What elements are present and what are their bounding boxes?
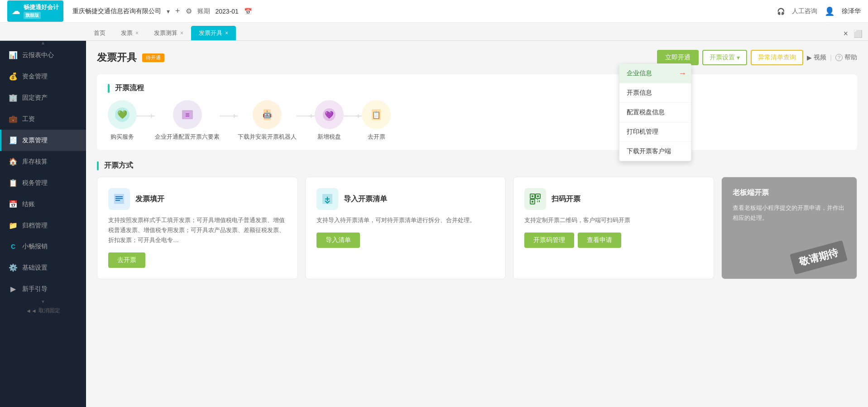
method-import-btn[interactable]: 导入清单 [317,233,360,248]
dropdown-menu: 企业信息 → 开票信息 配置税盘信息 打印机管理 下载开票客户端 [619,63,691,161]
exception-button[interactable]: 异常清单查询 [751,50,803,65]
method-boss-title: 老板端开票 [733,188,769,198]
method-scan-icon [524,188,546,210]
expense-icon: C [9,243,18,250]
dropdown-item-tax-config[interactable]: 配置税盘信息 [619,103,691,122]
tab-invoice[interactable]: 发票 × [113,26,146,40]
dropdown-item-company[interactable]: 企业信息 → [619,64,691,83]
svg-text:📋: 📋 [372,111,381,119]
sidebar-item-invoice-label: 发票管理 [22,136,48,145]
sidebar-item-tax-label: 税务管理 [22,179,48,187]
sidebar-item-assets[interactable]: 🏢 固定资产 [0,87,86,108]
content-area: 发票开具 待开通 立即开通 开票设置 ▾ 异常清单查询 ▶ 视频 | ? 帮助 [86,41,868,407]
method-import-header: 导入开票清单 [317,188,495,210]
sidebar-item-cloud-report[interactable]: 📊 云报表中心 [0,44,86,66]
method-boss-desc: 查看老板端小程序提交的开票申请，并作出相应的处理。 [733,203,846,223]
window-maximize-icon[interactable]: ⬜ [852,28,864,40]
method-scan-buttons: 开票码管理 查看申请 [524,233,703,248]
flow-step-1: 💚 购买服务 [108,100,137,141]
top-bar: ☁ 畅捷通好会计 旗舰版 重庆畅捷交通信息咨询有限公司 ▾ + ⚙ 账期 202… [0,0,868,23]
tab-home[interactable]: 首页 [86,26,113,40]
calendar-icon[interactable]: 📅 [244,8,252,15]
sidebar-item-inventory[interactable]: 🏠 库存核算 [0,151,86,172]
sidebar-item-settings[interactable]: ⚙️ 基础设置 [0,257,86,278]
help-label[interactable]: 帮助 [844,53,857,62]
dropdown-item-download-client[interactable]: 下载开票客户端 [619,142,691,161]
activate-button[interactable]: 立即开通 [657,50,699,65]
page-header: 发票开具 待开通 立即开通 开票设置 ▾ 异常清单查询 ▶ 视频 | ? 帮助 [97,50,857,65]
methods-section-header: 开票方式 [97,161,857,170]
unpin-button[interactable]: ◄◄ 取消固定 [0,303,86,318]
svg-rect-20 [532,201,533,203]
sidebar-item-invoice[interactable]: 🧾 发票管理 [0,130,86,151]
consult-label[interactable]: 人工咨询 [792,7,817,15]
logo-icon: ☁ [12,6,20,16]
methods-section: 开票方式 发票填开 支持按照发票样式手工填开发票；可开具增值税电子普通发票、增值… [97,161,857,279]
svg-text:💚: 💚 [117,110,128,120]
step-2-icon: ≡ [173,100,202,129]
step-5-icon: 📋 [362,100,391,129]
logo-text: 畅捷通好会计 [24,3,59,11]
sidebar-item-salary-label: 工资 [22,115,35,123]
method-card-boss: 老板端开票 查看老板端小程序提交的开票申请，并作出相应的处理。 敬请期待 [721,177,857,279]
flow-arrow-1 [137,116,155,116]
play-icon[interactable]: ▶ [807,54,812,61]
window-close-icon[interactable]: × [841,27,850,40]
sidebar-item-funds[interactable]: 💰 资金管理 [0,66,86,87]
sidebar-scroll-up[interactable]: ▲ [0,41,86,44]
settings-icon[interactable]: ⚙ [186,7,192,15]
add-button[interactable]: + [175,6,180,16]
settings-button-label: 开票设置 [710,53,735,62]
user-name[interactable]: 徐泽华 [842,7,861,15]
sidebar-item-settings-label: 基础设置 [22,264,48,272]
svg-rect-22 [537,201,538,202]
dropdown-item-invoice-info[interactable]: 开票信息 [619,83,691,103]
sidebar-item-salary[interactable]: 💼 工资 [0,108,86,130]
archive-icon: 📁 [9,221,18,230]
sidebar-item-settlement[interactable]: 📅 结账 [0,194,86,215]
tab-bar: 首页 发票 × 发票测算 × 发票开具 × × ⬜ [0,23,868,41]
methods-accent-bar [97,161,99,170]
method-fill-btn[interactable]: 去开票 [108,252,145,268]
step-1-label: 购买服务 [110,133,134,141]
svg-rect-18 [532,195,533,197]
method-scan-title: 扫码开票 [551,194,580,204]
step-1-icon: 💚 [108,100,137,129]
video-label[interactable]: 视频 [814,53,826,62]
tab-invoice-close[interactable]: × [135,30,139,36]
settings-sidebar-icon: ⚙️ [9,263,18,272]
tax-icon: 📋 [9,179,18,187]
salary-icon: 💼 [9,115,18,123]
sidebar-item-guide[interactable]: ▶ 新手引导 [0,278,86,300]
help-question-icon: ? [835,54,843,61]
divider: | [830,54,832,61]
sidebar-item-expense[interactable]: C 小畅报销 [0,236,86,257]
tab-invoice-open[interactable]: 发票开具 × [191,26,236,40]
coming-soon-text: 敬请期待 [798,247,839,268]
tab-invoice-calc[interactable]: 发票测算 × [146,26,191,40]
dropdown-printer-label: 打印机管理 [627,128,658,135]
sidebar-item-archive[interactable]: 📁 归档管理 [0,215,86,236]
dropdown-download-client-label: 下载开票客户端 [627,147,671,155]
method-fill-header: 发票填开 [108,188,287,210]
user-avatar-icon: 👤 [825,6,834,16]
dropdown-item-printer[interactable]: 打印机管理 [619,122,691,142]
method-card-import: 导入开票清单 支持导入待开票清单，可对待开票清单进行拆分、合并处理。 导入清单 [305,177,506,279]
tab-invoice-calc-close[interactable]: × [180,30,183,36]
sidebar-item-cloud-report-label: 云报表中心 [22,51,54,59]
tab-invoice-calc-label: 发票测算 [154,29,177,37]
methods-section-title: 开票方式 [104,161,133,170]
flow-step-3: 🤖 下载并安装开票机器人 [238,100,297,141]
settings-button[interactable]: 开票设置 ▾ [702,50,747,65]
sidebar-item-tax[interactable]: 📋 税务管理 [0,172,86,194]
tab-invoice-open-close[interactable]: × [225,30,228,36]
flow-section-title: 开票流程 [115,83,144,93]
sidebar: ▲ 📊 云报表中心 💰 资金管理 🏢 固定资产 💼 工资 🧾 发票管理 🏠 库存… [0,41,86,407]
svg-rect-11 [115,196,123,197]
coming-soon-overlay: 敬请期待 [790,241,848,275]
video-help-area: ▶ 视频 | ? 帮助 [807,53,857,62]
company-dropdown-icon[interactable]: ▾ [167,8,170,15]
method-scan-btn2[interactable]: 查看申请 [578,233,621,248]
method-scan-btn1[interactable]: 开票码管理 [524,233,574,248]
sidebar-scroll-down[interactable]: ▼ [0,300,86,303]
